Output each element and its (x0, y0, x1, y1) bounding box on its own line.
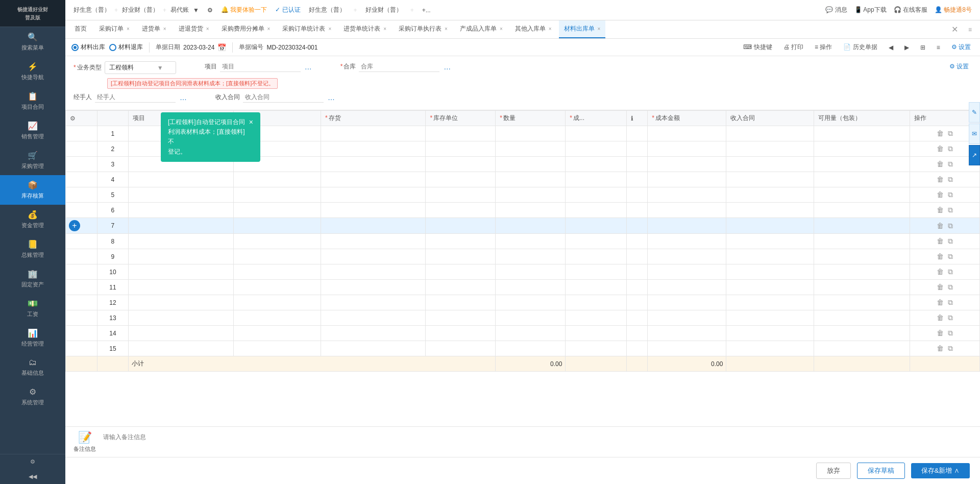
row-cost-rate-cell[interactable] (566, 280, 627, 295)
row-project-cell[interactable] (129, 310, 233, 326)
row-cost-rate-cell[interactable] (566, 264, 627, 280)
close-all-tabs[interactable]: ✕ (947, 22, 962, 36)
th-available[interactable]: 可用量（包装） (814, 111, 910, 126)
income-contract-input[interactable] (243, 92, 324, 103)
row-project-cell[interactable] (129, 264, 233, 280)
delete-row-icon[interactable]: 🗑 (937, 175, 944, 183)
row-income-contract-cell[interactable] (726, 310, 814, 326)
row-cost-amount-cell[interactable] (648, 203, 726, 218)
delete-row-icon[interactable]: 🗑 (937, 190, 944, 199)
copy-row-icon[interactable]: ⧉ (948, 175, 953, 183)
close-tab-inbound-stats[interactable]: × (383, 26, 386, 32)
copy-row-icon[interactable]: ⧉ (948, 252, 953, 260)
row-inventory-cell[interactable] (321, 157, 425, 172)
shortcut-btn[interactable]: ⌨ 快捷键 (740, 42, 775, 53)
row-inventory-cell[interactable] (321, 187, 425, 203)
row-income-contract-cell[interactable] (726, 249, 814, 264)
th-cost-amount[interactable]: *成本金额 (648, 111, 726, 126)
row-income-contract-cell[interactable] (726, 126, 814, 141)
delete-row-icon[interactable]: 🗑 (937, 313, 944, 322)
delete-row-icon[interactable]: 🗑 (937, 160, 944, 168)
close-tab-finished-inbound[interactable]: × (500, 26, 503, 32)
row-unit-cell[interactable] (426, 249, 496, 264)
row-unit-cell[interactable] (426, 187, 496, 203)
right-tool-3[interactable]: ↗ (969, 145, 980, 165)
row-quantity-cell[interactable] (496, 326, 566, 341)
nav-more[interactable]: ▼ (193, 7, 199, 14)
close-tab-other-inbound[interactable]: × (549, 26, 552, 32)
user-avatar[interactable]: 👤 畅捷通8号 (935, 6, 972, 14)
sidebar-item-salary[interactable]: 💵工资 (0, 294, 65, 323)
copy-row-icon[interactable]: ⧉ (948, 283, 953, 291)
row-project-cell[interactable] (129, 280, 233, 295)
print-btn[interactable]: 🖨 打印 (780, 42, 806, 53)
nav-good-biz[interactable]: 好生意（普） (74, 6, 110, 14)
row-cost-amount-cell[interactable] (648, 249, 726, 264)
row-unit-cell[interactable] (426, 264, 496, 280)
row-income-contract-cell[interactable] (726, 264, 814, 280)
income-contract-lookup-icon[interactable]: … (328, 93, 335, 102)
copy-row-icon[interactable]: ⧉ (948, 206, 953, 214)
message-btn[interactable]: 💬 消息 (825, 6, 847, 14)
row-income-contract-cell[interactable] (726, 280, 814, 295)
row-warehouse-cell[interactable] (233, 310, 321, 326)
handler-lookup-icon[interactable]: … (180, 93, 187, 102)
sidebar-bottom-collapse[interactable]: ◀◀ (0, 469, 65, 484)
notes-input[interactable] (101, 431, 972, 449)
th-settings[interactable]: ⚙ (66, 111, 97, 126)
trial-btn[interactable]: 🔔 我要体验一下 (221, 6, 267, 14)
row-cost-rate-cell[interactable] (566, 249, 627, 264)
row-cost-rate-cell[interactable] (566, 310, 627, 326)
right-tool-2[interactable]: ✉ (969, 124, 980, 144)
discard-button[interactable]: 放弃 (816, 463, 851, 479)
row-quantity-cell[interactable] (496, 141, 566, 157)
row-unit-cell[interactable] (426, 295, 496, 310)
sidebar-item-sales[interactable]: 📈销售管理 (0, 116, 65, 146)
row-project-cell[interactable] (129, 341, 233, 356)
copy-row-icon[interactable]: ⧉ (948, 344, 953, 352)
row-cost-amount-cell[interactable] (648, 218, 726, 234)
delete-row-icon[interactable]: 🗑 (937, 268, 944, 276)
row-warehouse-cell[interactable] (233, 187, 321, 203)
th-quantity[interactable]: *数量 (496, 111, 566, 126)
row-cost-amount-cell[interactable] (648, 234, 726, 249)
save-draft-button[interactable]: 保存草稿 (857, 463, 905, 479)
project-input[interactable] (220, 61, 301, 72)
row-cost-rate-cell[interactable] (566, 203, 627, 218)
tab-purchase-order[interactable]: 采购订单 × (94, 20, 135, 38)
row-cost-amount-cell[interactable] (648, 126, 726, 141)
row-cost-amount-cell[interactable] (648, 280, 726, 295)
row-cost-amount-cell[interactable] (648, 295, 726, 310)
copy-row-icon[interactable]: ⧉ (948, 329, 953, 337)
copy-row-icon[interactable]: ⧉ (948, 190, 953, 199)
row-income-contract-cell[interactable] (726, 326, 814, 341)
row-cost-rate-cell[interactable] (566, 295, 627, 310)
row-settings-cell[interactable]: + (66, 218, 97, 234)
copy-row-icon[interactable]: ⧉ (948, 129, 953, 137)
row-unit-cell[interactable] (426, 310, 496, 326)
row-cost-rate-cell[interactable] (566, 326, 627, 341)
row-project-input[interactable] (132, 222, 230, 229)
copy-row-icon[interactable]: ⧉ (948, 160, 953, 168)
row-quantity-cell[interactable] (496, 218, 566, 234)
row-inventory-cell[interactable] (321, 264, 425, 280)
settings-btn[interactable]: ⚙ 设置 (948, 42, 974, 53)
sidebar-item-search[interactable]: 🔍搜索菜单 (0, 27, 65, 57)
row-warehouse-cell[interactable] (233, 326, 321, 341)
sidebar-item-ops[interactable]: 📊经营管理 (0, 323, 65, 353)
row-income-contract-cell[interactable] (726, 203, 814, 218)
close-tab-purchase-expense[interactable]: × (267, 26, 271, 32)
business-type-select[interactable]: 工程领料 ▼ (105, 61, 176, 74)
row-cost-rate-cell[interactable] (566, 218, 627, 234)
row-cost-rate-cell[interactable] (566, 141, 627, 157)
row-cost-amount-cell[interactable] (648, 310, 726, 326)
tab-inbound-stats[interactable]: 进货单统计表 × (338, 20, 391, 38)
row-inventory-cell[interactable] (321, 310, 425, 326)
row-cost-rate-cell[interactable] (566, 341, 627, 356)
operations-btn[interactable]: ≡ 操作 (812, 42, 835, 53)
row-project-cell[interactable] (129, 234, 233, 249)
radio-outbound[interactable]: 材料出库 (71, 43, 105, 52)
row-income-contract-cell[interactable] (726, 295, 814, 310)
th-income-contract[interactable]: 收入合同 (726, 111, 814, 126)
row-warehouse-cell[interactable] (233, 203, 321, 218)
